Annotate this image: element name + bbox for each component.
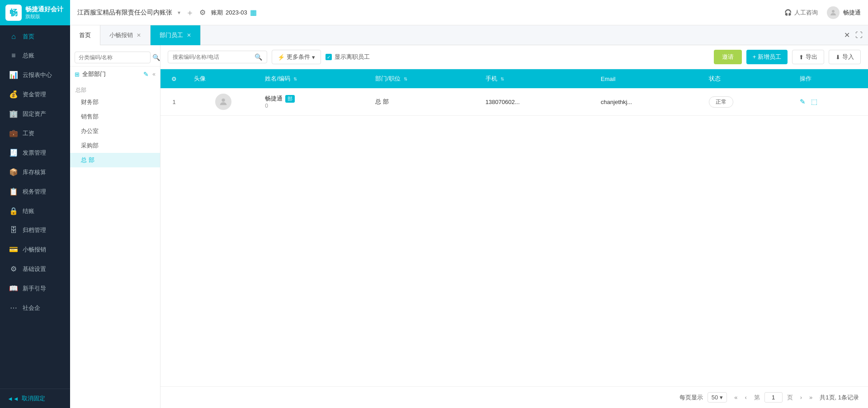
dept-search-input[interactable]	[75, 52, 151, 63]
dept-search-icon[interactable]: 🔍	[152, 54, 160, 61]
filter-dropdown-icon: ▾	[312, 54, 315, 61]
col-name[interactable]: 姓名/编码 ⇅	[259, 69, 369, 88]
export-button[interactable]: ⬆ 导出	[792, 50, 824, 64]
dept-item-caiwu[interactable]: 财务部	[70, 95, 160, 109]
edit-icon[interactable]: ✎	[800, 98, 806, 106]
table-row: 1	[160, 88, 868, 116]
export-icon: ⬆	[799, 54, 804, 61]
sidebar-item-inventory[interactable]: 📦 库存核算	[0, 162, 70, 182]
sidebar-label-ledger: 总账	[23, 52, 34, 60]
tab-home[interactable]: 首页	[70, 25, 100, 45]
sidebar-item-tax[interactable]: 📋 税务管理	[0, 182, 70, 201]
inventory-icon: 📦	[9, 168, 18, 176]
per-page-select[interactable]: 50 ▾	[708, 392, 727, 403]
sidebar-item-salary[interactable]: 💼 工资	[0, 123, 70, 143]
sidebar-item-assets[interactable]: 🏢 固定资产	[0, 104, 70, 123]
logout-icon[interactable]: ⬚	[811, 98, 817, 106]
avatar-cell	[194, 94, 252, 110]
logo-sub: 旗舰版	[25, 13, 63, 20]
sidebar-item-archive[interactable]: 🗄 归档管理	[0, 221, 70, 240]
tab-bar: 首页 小畅报销 ✕ 部门员工 ✕ ✕ ⛶	[70, 25, 868, 45]
sidebar-item-closing[interactable]: 🔒 结账	[0, 201, 70, 221]
col-settings[interactable]: ⚙	[160, 69, 188, 88]
dept-item-zongbu[interactable]: 总 部	[70, 153, 160, 167]
dept-search-row: 🔍	[70, 49, 160, 66]
col-action: 操作	[793, 69, 868, 88]
dept-item-xiaoshou[interactable]: 销售部	[70, 109, 160, 124]
topbar-settings-icon[interactable]: ⚙	[199, 8, 206, 17]
import-button[interactable]: ⬇ 导入	[829, 50, 861, 64]
dept-grid-icon: ⊞	[75, 71, 80, 78]
employee-search-input[interactable]	[173, 54, 252, 60]
company-name: 江西服宝精品有限责任公司内账张	[77, 9, 172, 17]
dept-collapse-icon[interactable]: «	[152, 71, 156, 77]
sidebar-label-guide: 新手引导	[23, 285, 46, 293]
logo-title: 畅捷通好会计	[25, 5, 63, 13]
filter-button[interactable]: ⚡ 更多条件 ▾	[272, 50, 321, 64]
main-area: 江西服宝精品有限责任公司内账张 ▾ ＋ ⚙ 账期 2023-03 ▦ 🎧 人工咨…	[70, 0, 868, 408]
page-first-btn[interactable]: «	[731, 393, 740, 402]
page-prev-btn[interactable]: ‹	[742, 393, 749, 402]
close-window-icon[interactable]: ✕	[844, 31, 850, 39]
dept-item-caigou[interactable]: 采购部	[70, 138, 160, 153]
add-employee-button[interactable]: + 新增员工	[746, 50, 788, 64]
col-phone[interactable]: 手机 ⇅	[479, 69, 594, 88]
sidebar-item-ledger[interactable]: ≡ 总账	[0, 46, 70, 65]
add-company-icon[interactable]: ＋	[186, 7, 194, 18]
all-dept-text: 全部部门	[82, 70, 106, 78]
page-next-btn[interactable]: ›	[797, 393, 805, 402]
sidebar-item-guide[interactable]: 📖 新手引导	[0, 279, 70, 298]
sidebar-label-invoice: 发票管理	[23, 149, 46, 157]
cancel-fixed-label: 取消固定	[22, 394, 45, 403]
user-menu[interactable]: 畅捷通	[827, 6, 861, 19]
sidebar: 畅 畅捷通好会计 旗舰版 ⌂ 首页 ≡ 总账 📊 云报表中心 💰 资金管理 🏢 …	[0, 0, 70, 408]
cell-name: 畅捷通 部 0	[259, 88, 369, 116]
page-input[interactable]	[764, 392, 783, 403]
sidebar-item-more[interactable]: ⋯ 社会企	[0, 298, 70, 318]
tab-dept-close-icon[interactable]: ✕	[187, 32, 191, 38]
dept-edit-icon[interactable]: ✎	[143, 71, 149, 78]
company-dropdown-icon[interactable]: ▾	[178, 9, 180, 16]
invite-button[interactable]: 邀请	[714, 50, 742, 64]
sidebar-item-report[interactable]: 📊 云报表中心	[0, 65, 70, 85]
guide-icon: 📖	[9, 284, 18, 293]
tab-expense-close-icon[interactable]: ✕	[137, 32, 141, 38]
tab-expense[interactable]: 小畅报销 ✕	[100, 25, 151, 45]
sidebar-item-settings[interactable]: ⚙ 基础设置	[0, 259, 70, 279]
per-page-value: 50	[712, 394, 718, 401]
sidebar-label-tax: 税务管理	[23, 188, 46, 196]
expand-window-icon[interactable]: ⛶	[855, 31, 863, 39]
export-label: 导出	[806, 53, 817, 61]
employee-panel: 🔍 ⚡ 更多条件 ▾ ✓ 显示离职员工 邀请 + 新增员工 ⬆ 导出	[160, 45, 868, 408]
sidebar-item-funds[interactable]: 💰 资金管理	[0, 85, 70, 104]
page-unit: 页	[784, 393, 796, 403]
filter-icon: ⚡	[278, 54, 285, 61]
sidebar-label-funds: 资金管理	[23, 90, 46, 99]
calendar-icon[interactable]: ▦	[250, 8, 257, 17]
cell-avatar	[188, 88, 259, 116]
sidebar-label-inventory: 库存核算	[23, 168, 46, 176]
employee-badge: 部	[285, 95, 295, 103]
cancel-fixed-button[interactable]: ◄◄ 取消固定	[0, 389, 70, 408]
funds-icon: 💰	[9, 90, 18, 99]
table-footer: 每页显示 50 ▾ « ‹ 第 页 › » 共1页, 1条记录	[160, 386, 868, 408]
tab-dept-employee[interactable]: 部门员工 ✕	[151, 25, 201, 45]
employee-search-icon[interactable]: 🔍	[255, 53, 262, 61]
col-dept[interactable]: 部门/职位 ⇅	[369, 69, 479, 88]
sidebar-item-expense[interactable]: 💳 小畅报销	[0, 240, 70, 259]
import-icon: ⬇	[835, 54, 840, 61]
sidebar-label-settings: 基础设置	[23, 265, 46, 273]
tabs-window-controls: ✕ ⛶	[844, 31, 868, 39]
cell-action: ✎ ⬚	[793, 88, 868, 116]
expense-icon: 💳	[9, 245, 18, 254]
show-resigned-toggle[interactable]: ✓ 显示离职员工	[326, 53, 370, 61]
cell-phone: 138070602...	[479, 88, 594, 116]
sidebar-item-invoice[interactable]: 🧾 发票管理	[0, 143, 70, 162]
cell-status: 正常	[703, 88, 793, 116]
cell-dept: 总 部	[369, 88, 479, 116]
dept-item-bangong[interactable]: 办公室	[70, 124, 160, 138]
sidebar-item-home[interactable]: ⌂ 首页	[0, 27, 70, 46]
page-last-btn[interactable]: »	[807, 393, 815, 402]
service-button[interactable]: 🎧 人工咨询	[784, 9, 818, 17]
filter-label: 更多条件	[287, 53, 310, 61]
